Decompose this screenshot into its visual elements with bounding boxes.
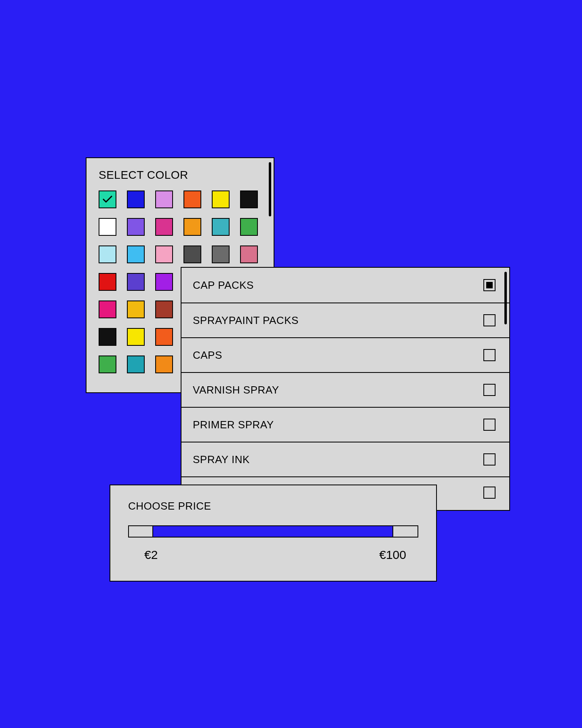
category-label: SPRAYPAINT PACKS [193,314,299,327]
category-checkbox[interactable] [483,487,496,499]
color-swatch[interactable] [127,301,145,318]
color-swatch[interactable] [155,301,173,318]
color-swatch[interactable] [99,273,116,291]
checkbox-checked-icon [486,282,493,288]
color-swatch[interactable] [99,245,116,263]
category-checkbox[interactable] [483,384,496,396]
category-row[interactable]: VARNISH SPRAY [181,373,509,408]
price-min-label: €2 [144,548,158,562]
category-label: CAPS [193,349,222,362]
category-row[interactable]: SPRAY INK [181,442,509,477]
category-checkbox[interactable] [483,314,496,326]
color-swatch[interactable] [155,273,173,291]
choose-price-panel: CHOOSE PRICE €2 €100 [110,485,437,582]
category-row[interactable]: PRIMER SPRAY [181,408,509,442]
color-swatch[interactable] [99,218,116,236]
category-label: SPRAY INK [193,453,250,466]
color-swatch[interactable] [127,218,145,236]
category-panel-scrollbar[interactable] [504,272,507,324]
category-list: CAP PACKSSPRAYPAINT PACKSCAPSVARNISH SPR… [181,268,509,508]
category-checkbox[interactable] [483,349,496,361]
color-swatch[interactable] [240,245,258,263]
color-swatch[interactable] [155,356,173,373]
choose-price-title: CHOOSE PRICE [128,500,418,512]
price-slider-track[interactable] [128,525,418,538]
category-panel: CAP PACKSSPRAYPAINT PACKSCAPSVARNISH SPR… [181,267,510,511]
color-swatch[interactable] [155,218,173,236]
color-swatch[interactable] [155,328,173,346]
price-slider-range[interactable] [152,525,393,538]
category-checkbox[interactable] [483,453,496,466]
price-max-label: €100 [379,548,406,562]
price-labels: €2 €100 [128,548,418,562]
color-swatch[interactable] [127,328,145,346]
select-color-title: SELECT COLOR [99,169,261,182]
color-swatch[interactable] [212,218,230,236]
color-swatch[interactable] [99,190,116,208]
category-row[interactable]: CAPS [181,338,509,373]
color-swatch[interactable] [127,356,145,373]
color-swatch[interactable] [99,356,116,373]
color-swatch[interactable] [212,190,230,208]
color-swatch[interactable] [99,328,116,346]
category-row[interactable]: CAP PACKS [181,268,509,303]
color-swatch[interactable] [240,218,258,236]
color-swatch[interactable] [155,190,173,208]
color-swatch[interactable] [212,245,230,263]
color-panel-scrollbar[interactable] [269,162,271,216]
color-swatch[interactable] [183,218,201,236]
color-swatch[interactable] [99,301,116,318]
color-swatch[interactable] [183,245,201,263]
color-swatch[interactable] [127,273,145,291]
category-checkbox[interactable] [483,279,496,291]
color-swatch[interactable] [127,245,145,263]
color-swatch[interactable] [183,190,201,208]
category-checkbox[interactable] [483,419,496,431]
color-swatch[interactable] [155,245,173,263]
category-label: PRIMER SPRAY [193,419,274,431]
color-swatch[interactable] [240,190,258,208]
color-swatch[interactable] [127,190,145,208]
category-label: CAP PACKS [193,279,254,292]
check-icon [101,193,114,205]
category-row[interactable]: SPRAYPAINT PACKS [181,303,509,338]
category-label: VARNISH SPRAY [193,384,279,396]
